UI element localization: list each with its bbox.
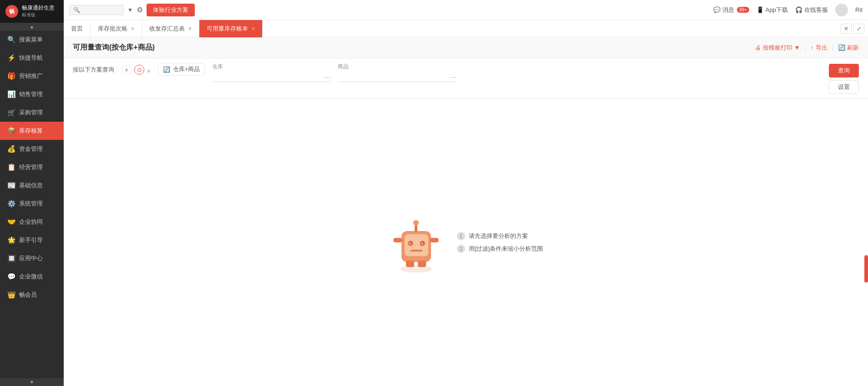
robot-svg [389, 215, 443, 274]
filter-settings-button[interactable]: 设置 [829, 80, 859, 94]
topbar-dropdown-arrow[interactable]: ▼ [127, 7, 133, 13]
sidebar-item-finance[interactable]: 💰 资金管理 [0, 140, 64, 158]
sidebar-scroll-down[interactable]: ▼ [0, 378, 64, 386]
tab-batch-ledger-close[interactable]: × [131, 26, 134, 32]
tab-batch-ledger[interactable]: 库存批次账 × [91, 20, 142, 37]
export-button[interactable]: ↑ 导出 [811, 44, 827, 52]
settings-scheme-button[interactable]: ⊙ [134, 65, 144, 75]
tip-text-2: 用[过滤]条件来缩小分析范围 [469, 245, 543, 253]
sidebar-item-purchase[interactable]: 🛒 采购管理 [0, 103, 64, 122]
sidebar-item-enterprise[interactable]: 🤝 企业协同 [0, 213, 64, 231]
printer-icon: 🖨 [755, 44, 761, 51]
svg-point-9 [413, 220, 419, 226]
scheme-item-warehouse-product[interactable]: 🔄 仓库+商品 [158, 63, 205, 76]
collapse-filter-button[interactable]: « [147, 65, 151, 74]
product-more-button[interactable]: … [449, 72, 456, 80]
topbar-actions: 💬 消息 99+ 📱 App下载 🎧 在线客服 Rit [713, 4, 863, 16]
sidebar-item-label: 销售管理 [19, 90, 43, 98]
search-icon: 🔍 [73, 7, 80, 13]
sidebar-item-quick-nav[interactable]: ⚡ 快捷导航 [0, 49, 64, 67]
sidebar-item-operations[interactable]: 📋 经营管理 [0, 158, 64, 176]
lightning-icon: ⚡ [7, 54, 15, 62]
sidebar-item-marketing[interactable]: 🎁 营销推广 [0, 67, 64, 85]
query-button[interactable]: 查询 [829, 64, 859, 77]
svg-rect-11 [418, 261, 426, 267]
sidebar-item-label: 企业协同 [19, 218, 43, 226]
newspaper-icon: 📰 [7, 181, 15, 190]
filter-scheme-controls: + ⊙ « [122, 63, 151, 75]
user-avatar[interactable] [835, 4, 848, 16]
product-input[interactable] [338, 72, 447, 79]
topbar-search-input[interactable] [82, 7, 118, 13]
tab-available-qty-label: 可用量库存账本 [207, 25, 248, 33]
topbar-settings-icon[interactable]: ⚙ [137, 5, 143, 14]
page-title: 可用量查询(按仓库+商品) [73, 43, 155, 52]
tab-receipt-summary-label: 收发存汇总表 [149, 25, 185, 33]
empty-illustration [389, 215, 443, 270]
export-icon: ↑ [811, 44, 814, 51]
sidebar-item-member[interactable]: 👑 畅会员 [0, 286, 64, 304]
sidebar-item-label: 搜索菜单 [19, 36, 43, 44]
sidebar-item-label: 资金管理 [19, 145, 43, 153]
scheme-item-label: 仓库+商品 [173, 65, 200, 73]
sidebar-item-search[interactable]: 🔍 搜索菜单 [0, 31, 64, 49]
sidebar-item-label: 畅会员 [19, 291, 37, 299]
add-scheme-button[interactable]: + [122, 65, 132, 75]
scheme-icon: 🔄 [163, 66, 170, 73]
tip-text-1: 请先选择要分析的方案 [469, 232, 528, 240]
sidebar-item-sales[interactable]: 📊 销售管理 [0, 85, 64, 103]
tab-batch-ledger-label: 库存批次账 [98, 25, 127, 33]
sidebar-scroll-up[interactable]: ▲ [0, 23, 64, 31]
tab-available-qty[interactable]: 可用量库存账本 × [199, 20, 263, 37]
chart-icon: 📊 [7, 90, 15, 98]
sidebar-item-basic-info[interactable]: 📰 基础信息 [0, 176, 64, 195]
warehouse-field-label: 仓库 [212, 63, 330, 71]
warehouse-input[interactable] [212, 72, 321, 79]
messages-action[interactable]: 💬 消息 99+ [713, 6, 749, 14]
svg-point-14 [410, 242, 411, 244]
svg-rect-12 [393, 238, 402, 242]
tab-close-all-button[interactable]: ✕ [841, 24, 852, 34]
empty-tip-2: 2 用[过滤]条件来缩小分析范围 [457, 245, 543, 253]
messages-label: 消息 [722, 6, 734, 14]
page-header: 可用量查询(按仓库+商品) 🖨 按模板打印 ▼ | ↑ 导出 | 🔄 刷新 [64, 37, 868, 58]
svg-rect-10 [406, 261, 414, 267]
online-service-label: 在线客服 [804, 6, 828, 14]
tab-available-qty-close[interactable]: × [252, 26, 255, 32]
app-download-action[interactable]: 📱 App下载 [756, 6, 788, 14]
wechat-icon: 💬 [7, 273, 15, 281]
tab-home[interactable]: 首页 [64, 20, 91, 37]
product-field-label: 商品 [338, 63, 456, 71]
grid-icon: 🔲 [7, 254, 15, 262]
sidebar-item-app-center[interactable]: 🔲 应用中心 [0, 249, 64, 268]
refresh-button[interactable]: 🔄 刷新 [838, 44, 859, 52]
main-content: 🔍 ▼ ⚙ 体验行业方案 💬 消息 99+ 📱 App下载 🎧 在线客服 Rit [64, 0, 868, 386]
svg-rect-13 [430, 238, 439, 242]
product-filter-field: 商品 … [338, 63, 456, 82]
warehouse-field-input-wrap: … [212, 72, 330, 82]
sidebar: 畅 畅康通好生意 标准版 ▲ 🔍 搜索菜单 ⚡ 快捷导航 🎁 营销推广 📊 销售… [0, 0, 64, 386]
app-download-label: App下载 [766, 6, 788, 14]
print-template-button[interactable]: 🖨 按模板打印 ▼ [755, 44, 800, 52]
sidebar-item-system[interactable]: ⚙️ 系统管理 [0, 195, 64, 213]
tab-receipt-summary[interactable]: 收发存汇总表 × [142, 20, 199, 37]
right-scrollbar[interactable] [864, 255, 868, 283]
filter-label: 按以下方案查询 [73, 63, 114, 74]
filter-area: 按以下方案查询 + ⊙ « 🔄 仓库+商品 仓库 … 商品 … [64, 58, 868, 99]
tab-resize-button[interactable]: ⤢ [853, 24, 864, 34]
warehouse-more-button[interactable]: … [323, 72, 330, 80]
sidebar-header: 畅 畅康通好生意 标准版 [0, 0, 64, 23]
app-name: 畅康通好生意 [22, 5, 55, 12]
clipboard-icon: 📋 [7, 163, 15, 171]
sidebar-item-label: 企业微信 [19, 273, 43, 281]
online-service-action[interactable]: 🎧 在线客服 [795, 6, 828, 14]
sidebar-item-new-guide[interactable]: 🌟 新手引导 [0, 231, 64, 249]
gift-icon: 🎁 [7, 72, 15, 80]
topbar-search-box[interactable]: 🔍 [69, 5, 124, 15]
sidebar-item-enterprise-wechat[interactable]: 💬 企业微信 [0, 268, 64, 286]
sidebar-item-inventory[interactable]: 📦 库存核算 [0, 122, 64, 140]
app-edition: 标准版 [22, 12, 55, 18]
sidebar-item-label: 基础信息 [19, 181, 43, 190]
tab-receipt-summary-close[interactable]: × [188, 26, 192, 32]
industry-solution-button[interactable]: 体验行业方案 [147, 4, 195, 16]
